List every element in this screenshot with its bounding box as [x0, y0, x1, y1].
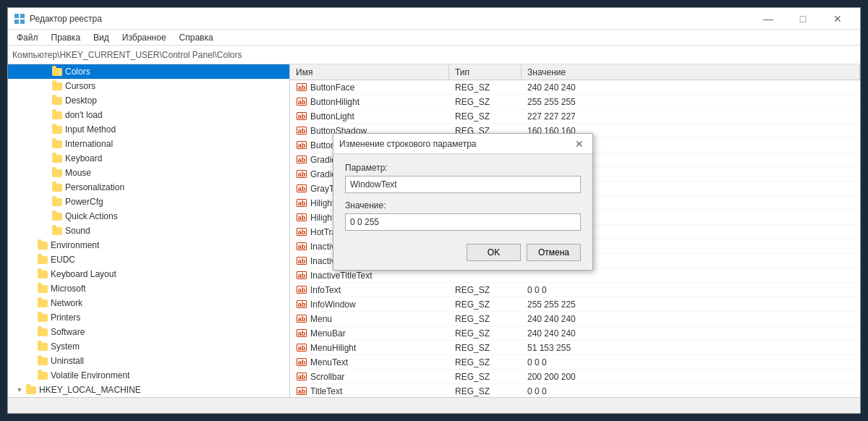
tree-label: International — [65, 139, 113, 149]
folder-icon — [37, 355, 48, 367]
detail-header: Имя Тип Значение — [290, 64, 860, 80]
reg-name: ButtonHilight — [310, 97, 359, 107]
table-row[interactable]: abButtonFaceREG_SZ240 240 240 — [290, 80, 860, 95]
tree-item[interactable]: Volatile Environment — [8, 368, 289, 383]
param-input[interactable] — [345, 176, 581, 193]
table-row[interactable]: abTitleTextREG_SZ0 0 0 — [290, 384, 860, 397]
tree-item[interactable]: Quick Actions — [8, 209, 289, 224]
table-row[interactable]: abScrollbarREG_SZ200 200 200 — [290, 370, 860, 384]
tree-item[interactable]: Cursors — [8, 79, 289, 93]
tree-item[interactable]: PowerCfg — [8, 195, 289, 209]
value-input[interactable] — [345, 213, 581, 231]
maximize-button[interactable]: □ — [786, 8, 820, 30]
tree-toggle-icon — [40, 195, 51, 209]
reg-name: InfoText — [310, 285, 341, 295]
tree-item[interactable]: Uninstall — [8, 354, 289, 368]
tree-label: System — [51, 341, 80, 352]
tree-toggle-icon — [25, 325, 37, 339]
tree-item[interactable]: Keyboard Layout — [8, 267, 289, 281]
tree-toggle-icon — [25, 368, 37, 383]
table-row[interactable]: abInactiveTitleText — [290, 268, 860, 283]
table-row[interactable]: abMenuTextREG_SZ0 0 0 — [290, 355, 860, 370]
table-row[interactable]: abMenuREG_SZ240 240 240 — [290, 312, 860, 326]
reg-value-icon: ab — [296, 270, 307, 281]
reg-name: InfoWindow — [310, 299, 356, 310]
window-title: Редактор реестра — [30, 14, 752, 24]
reg-value-icon: ab — [296, 140, 307, 151]
type-cell: REG_SZ — [449, 328, 522, 339]
menu-item-вид[interactable]: Вид — [88, 31, 115, 44]
registry-editor-window: Редактор реестра — □ ✕ ФайлПравкаВидИзбр… — [7, 7, 861, 414]
folder-icon — [37, 254, 48, 265]
folder-icon — [37, 326, 48, 338]
column-header-type: Тип — [449, 64, 522, 80]
value-label: Значение: — [345, 200, 581, 210]
tree-item[interactable]: Network — [8, 296, 289, 310]
type-cell: REG_SZ — [449, 285, 522, 295]
table-row[interactable]: abInfoTextREG_SZ0 0 0 — [290, 283, 860, 297]
tree-toggle-icon — [25, 252, 37, 267]
tree-pane[interactable]: ColorsCursorsDesktopdon't loadInput Meth… — [8, 64, 290, 397]
value-cell: 255 255 225 — [522, 299, 860, 310]
reg-name: TitleText — [310, 386, 342, 396]
folder-icon — [51, 80, 63, 92]
menu-item-файл[interactable]: Файл — [11, 31, 44, 44]
tree-item[interactable]: Personalization — [8, 180, 289, 195]
table-row[interactable]: abButtonLightREG_SZ227 227 227 — [290, 109, 860, 124]
dialog-close-button[interactable]: ✕ — [572, 137, 587, 151]
menu-item-избранное[interactable]: Избранное — [116, 31, 172, 44]
reg-value-icon: ab — [296, 371, 307, 383]
tree-item[interactable]: Desktop — [8, 93, 289, 108]
tree-item[interactable]: Microsoft — [8, 281, 289, 296]
status-bar — [8, 397, 860, 413]
value-cell: 255 255 255 — [522, 97, 860, 107]
tree-item[interactable]: Input Method — [8, 122, 289, 137]
close-button[interactable]: ✕ — [821, 8, 854, 30]
minimize-button[interactable]: — — [752, 8, 785, 30]
tree-toggle-icon — [40, 209, 51, 224]
menu-item-правка[interactable]: Правка — [46, 31, 87, 44]
tree-toggle-icon — [25, 310, 37, 325]
tree-item[interactable]: International — [8, 137, 289, 151]
table-row[interactable]: abInfoWindowREG_SZ255 255 225 — [290, 297, 860, 312]
tree-toggle-icon — [40, 137, 51, 151]
tree-item[interactable]: Colors — [8, 64, 289, 79]
tree-item[interactable]: Printers — [8, 310, 289, 325]
folder-icon — [51, 167, 63, 179]
tree-toggle-icon — [40, 108, 51, 122]
reg-value-icon: ab — [296, 197, 307, 209]
type-cell: REG_SZ — [449, 314, 522, 324]
table-row[interactable]: abMenuHilightREG_SZ51 153 255 — [290, 341, 860, 355]
tree-item[interactable]: EUDC — [8, 252, 289, 267]
tree-item[interactable]: don't load — [8, 108, 289, 122]
column-header-value: Значение — [522, 64, 860, 80]
ok-button[interactable]: OK — [467, 244, 521, 261]
tree-label: don't load — [65, 110, 103, 120]
folder-icon — [51, 182, 63, 193]
tree-item[interactable]: Mouse — [8, 166, 289, 180]
tree-item[interactable]: Sound — [8, 224, 289, 238]
type-cell: REG_SZ — [449, 111, 522, 122]
tree-label: Cursors — [65, 81, 95, 91]
tree-toggle-icon: ▼ — [14, 383, 25, 397]
tree-item[interactable]: System — [8, 339, 289, 354]
menu-item-справка[interactable]: Справка — [174, 31, 219, 44]
tree-label: Uninstall — [51, 356, 84, 366]
name-cell: abMenu — [290, 313, 449, 325]
name-cell: abMenuText — [290, 357, 449, 368]
tree-toggle-icon — [25, 296, 37, 310]
table-row[interactable]: abMenuBarREG_SZ240 240 240 — [290, 326, 860, 341]
value-cell: 0 0 0 — [522, 357, 860, 367]
tree-item[interactable]: Environment — [8, 238, 289, 252]
tree-item[interactable]: Software — [8, 325, 289, 339]
table-row[interactable]: abButtonHilightREG_SZ255 255 255 — [290, 95, 860, 109]
tree-item[interactable]: ▼HKEY_LOCAL_MACHINE — [8, 383, 289, 397]
value-cell: 200 200 200 — [522, 372, 860, 382]
tree-label: HKEY_LOCAL_MACHINE — [39, 385, 141, 395]
tree-label: Input Method — [65, 124, 116, 135]
reg-value-icon: ab — [296, 299, 307, 310]
cancel-button[interactable]: Отмена — [527, 244, 581, 261]
folder-icon — [51, 138, 63, 150]
folder-icon — [37, 312, 48, 323]
tree-item[interactable]: Keyboard — [8, 151, 289, 166]
